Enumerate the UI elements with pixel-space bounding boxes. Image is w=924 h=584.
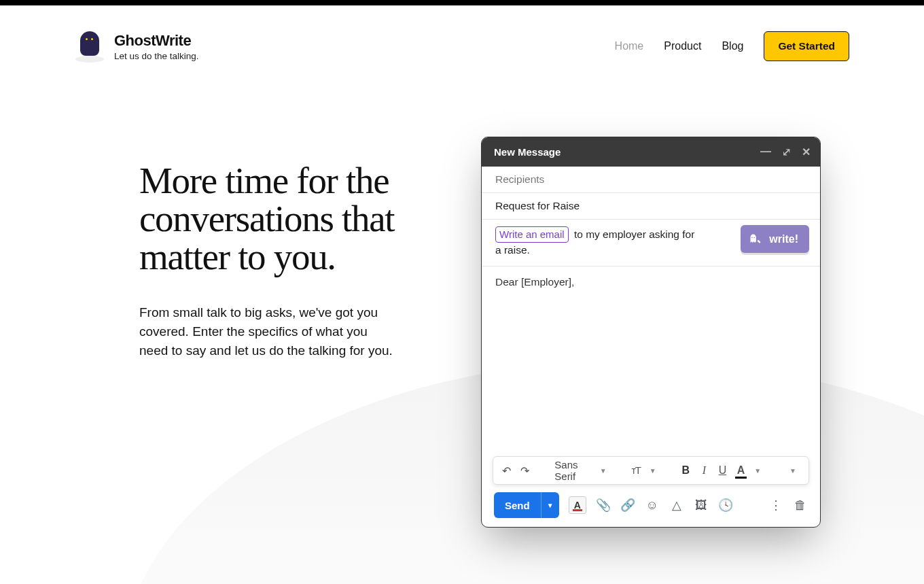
chevron-down-icon[interactable]: ▼ <box>650 467 656 475</box>
close-icon[interactable]: ✕ <box>802 145 811 158</box>
italic-icon[interactable]: I <box>699 464 709 477</box>
expand-icon[interactable]: ⤢ <box>782 145 791 158</box>
drive-icon[interactable]: △ <box>669 498 684 513</box>
subject-field[interactable]: Request for Raise <box>482 193 820 220</box>
text-color-icon[interactable]: A <box>736 464 746 477</box>
body-greeting: Dear [Employer], <box>495 276 574 288</box>
redo-icon[interactable]: ↷ <box>520 464 530 477</box>
link-icon[interactable]: 🔗 <box>620 498 635 513</box>
underline-icon[interactable]: U <box>717 464 728 477</box>
formatting-toolbar: ↶ ↷ Sans Serif ▼ т𝖳 ▼ B I U A ▼ ▼ <box>493 456 809 485</box>
nav-blog[interactable]: Blog <box>722 40 743 52</box>
chevron-down-icon[interactable]: ▼ <box>600 467 607 475</box>
trash-icon[interactable]: 🗑 <box>793 498 808 513</box>
brand[interactable]: GhostWrite Let us do the talking. <box>75 31 199 61</box>
ghost-logo-icon <box>75 31 105 61</box>
prompt-area[interactable]: Write an email to my employer asking for… <box>482 220 820 267</box>
site-header: GhostWrite Let us do the talking. Home P… <box>0 5 924 73</box>
compose-titlebar: New Message — ⤢ ✕ <box>482 137 820 167</box>
prompt-tag[interactable]: Write an email <box>495 226 569 243</box>
primary-nav: Home Product Blog Get Started <box>615 31 849 61</box>
nav-product[interactable]: Product <box>664 40 701 52</box>
brand-name: GhostWrite <box>114 32 199 50</box>
compose-window: New Message — ⤢ ✕ Recipients Request for… <box>481 137 821 528</box>
brand-tagline: Let us do the talking. <box>114 51 199 61</box>
chevron-down-icon[interactable]: ▼ <box>754 467 761 475</box>
confidential-icon[interactable]: 🕓 <box>718 498 733 513</box>
compose-body[interactable]: Dear [Employer], <box>482 267 820 456</box>
attachment-icon[interactable]: 📎 <box>596 498 611 513</box>
recipients-field[interactable]: Recipients <box>482 167 820 193</box>
more-options-icon[interactable]: ⋮ <box>768 498 783 513</box>
emoji-icon[interactable]: ☺ <box>645 498 660 513</box>
top-black-bar <box>0 0 924 5</box>
compose-title: New Message <box>494 146 561 158</box>
image-icon[interactable]: 🖼 <box>694 498 709 513</box>
write-button-label: write! <box>769 231 798 247</box>
nav-home[interactable]: Home <box>615 40 644 52</box>
minimize-icon[interactable]: — <box>760 145 771 158</box>
bold-icon[interactable]: B <box>681 464 691 477</box>
write-button[interactable]: write! <box>741 225 809 253</box>
send-button[interactable]: Send ▼ <box>494 492 559 518</box>
ghost-write-icon <box>749 233 762 246</box>
font-size-icon[interactable]: т𝖳 <box>631 465 641 476</box>
get-started-button[interactable]: Get Started <box>764 31 849 61</box>
font-family-select[interactable]: Sans Serif <box>554 459 590 482</box>
hero-subtext: From small talk to big asks, we've got y… <box>139 303 397 360</box>
send-options-chevron-icon[interactable]: ▼ <box>541 492 559 518</box>
formatting-toggle-icon[interactable]: A <box>569 496 586 514</box>
hero-headline: More time for the conversations that mat… <box>139 162 493 276</box>
chevron-down-icon[interactable]: ▼ <box>789 467 796 475</box>
send-button-label: Send <box>494 492 541 518</box>
undo-icon[interactable]: ↶ <box>501 464 512 477</box>
compose-bottom-bar: Send ▼ A 📎 🔗 ☺ △ 🖼 🕓 ⋮ 🗑 <box>482 490 820 527</box>
